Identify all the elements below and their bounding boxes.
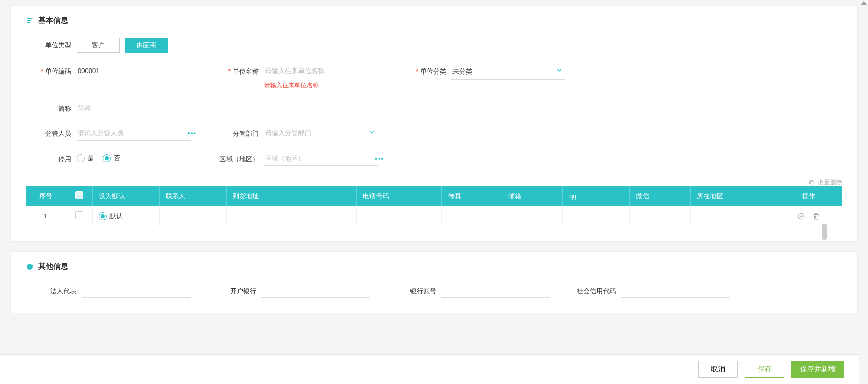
legal-person-input[interactable] (82, 284, 191, 298)
shortname-label: 简称 (26, 101, 77, 113)
credit-code-label: 社会信用代码 (565, 284, 621, 296)
bank-label: 开户银行 (206, 284, 261, 296)
unit-category-select[interactable]: 未分类 (451, 64, 565, 80)
chevron-down-icon (368, 128, 376, 138)
cell-contact[interactable] (159, 206, 226, 226)
disabled-no-radio[interactable]: 否 (103, 154, 120, 163)
th-action: 操作 (775, 186, 842, 206)
other-info-icon (26, 263, 34, 271)
chevron-down-icon (555, 66, 563, 76)
cell-seq: 1 (26, 206, 65, 226)
unit-category-label: *单位分类 (401, 64, 451, 76)
manager-input[interactable] (77, 126, 191, 141)
legal-person-label: 法人代表 (26, 284, 82, 296)
th-region: 所在地区 (690, 186, 775, 206)
unit-code-input[interactable] (77, 64, 191, 78)
th-wechat: 微信 (629, 186, 690, 206)
table-row: 1 默认 (26, 206, 842, 226)
unit-type-supplier[interactable]: 供应商 (125, 38, 168, 53)
th-contact: 联系人 (159, 186, 226, 206)
th-seq: 序号 (26, 186, 65, 206)
row-default-radio[interactable]: 默认 (99, 212, 153, 221)
disabled-yes-radio[interactable]: 是 (77, 154, 94, 163)
cell-wechat[interactable] (629, 206, 690, 226)
basic-info-icon (26, 17, 34, 25)
row-checkbox[interactable] (75, 211, 83, 219)
delete-row-icon[interactable] (812, 212, 820, 220)
contacts-table: 序号 设为默认 联系人 到货地址 电话号码 传真 邮箱 qq 微信 所在地区 操… (26, 186, 842, 226)
department-label: 分管部门 (213, 126, 264, 138)
region-input[interactable] (264, 152, 378, 166)
manager-more-icon[interactable]: ••• (187, 129, 196, 137)
save-and-new-button[interactable]: 保存并新增 (791, 361, 844, 363)
copy-delete-icon (808, 179, 815, 186)
svg-rect-2 (27, 22, 30, 23)
unit-code-label: *单位编码 (26, 64, 77, 76)
basic-info-heading: 基本信息 (26, 16, 842, 25)
batch-delete-button[interactable]: 批量删除 (808, 178, 842, 187)
bank-input[interactable] (261, 284, 370, 298)
cell-qq[interactable] (563, 206, 630, 226)
footer-action-bar: 取消 保存 保存并新增 (0, 354, 859, 363)
table-scrollbar-handle[interactable] (822, 224, 827, 240)
bank-account-input[interactable] (441, 284, 550, 298)
th-default: 设为默认 (93, 186, 160, 206)
svg-rect-0 (27, 18, 33, 19)
unit-type-customer[interactable]: 客户 (77, 38, 120, 53)
svg-rect-3 (811, 181, 814, 185)
disabled-label: 停用 (26, 152, 77, 164)
credit-code-input[interactable] (621, 284, 730, 298)
unit-name-input[interactable] (264, 64, 378, 78)
cell-phone[interactable] (357, 206, 442, 226)
basic-info-panel: 基本信息 单位类型 客户 供应商 *单位编码 (10, 5, 858, 242)
bank-account-label: 银行账号 (386, 284, 441, 296)
other-info-title: 其他信息 (38, 262, 68, 271)
other-info-panel: 其他信息 法人代表 开户银行 银行账号 社会信用代码 (10, 251, 858, 313)
department-select[interactable] (264, 126, 378, 140)
save-button[interactable]: 保存 (745, 361, 784, 363)
department-input[interactable] (264, 126, 378, 140)
unit-name-label: *单位名称 (213, 64, 264, 76)
header-checkbox[interactable] (75, 191, 83, 199)
manager-label: 分管人员 (26, 126, 77, 138)
region-more-icon[interactable]: ••• (375, 155, 384, 162)
cell-address[interactable] (226, 206, 356, 226)
region-label: 区域（地区） (213, 152, 264, 164)
unit-type-label: 单位类型 (26, 38, 77, 50)
cell-region[interactable] (690, 206, 775, 226)
th-checkbox (65, 186, 93, 206)
other-info-heading: 其他信息 (26, 262, 842, 271)
shortname-input[interactable] (77, 101, 191, 115)
basic-info-title: 基本信息 (38, 16, 68, 25)
cell-email[interactable] (502, 206, 563, 226)
svg-rect-1 (27, 20, 31, 21)
cancel-button[interactable]: 取消 (698, 361, 738, 363)
th-fax: 传真 (441, 186, 502, 206)
th-email: 邮箱 (502, 186, 563, 206)
th-phone: 电话号码 (357, 186, 442, 206)
add-row-icon[interactable] (797, 212, 805, 220)
th-address: 到货地址 (226, 186, 356, 206)
unit-name-error: 请输入往来单位名称 (264, 81, 386, 90)
th-qq: qq (563, 186, 630, 206)
cell-fax[interactable] (441, 206, 502, 226)
scroll-up-caret-icon (861, 1, 867, 5)
